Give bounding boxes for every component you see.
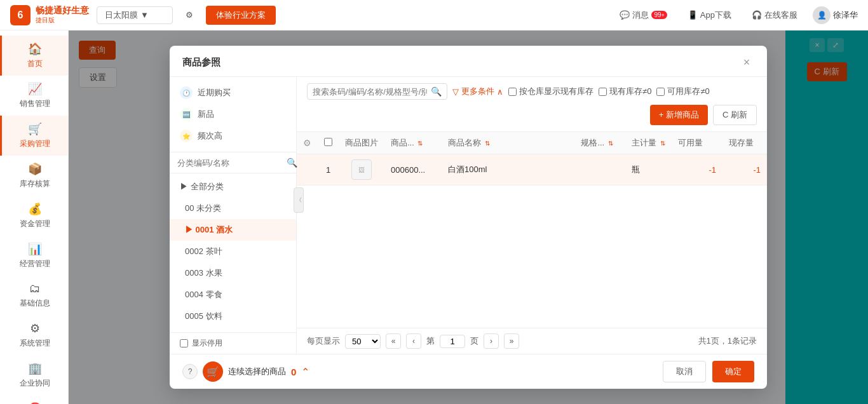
- warehouse-checkbox[interactable]: [508, 88, 517, 96]
- app-download-btn[interactable]: 📱 App下载: [682, 7, 736, 24]
- basicinfo-icon: 🗂: [29, 282, 41, 295]
- cat-item-0001[interactable]: ▶ 0001 酒水: [170, 219, 296, 241]
- sidebar-item-collab[interactable]: 🏢 企业协同: [0, 355, 68, 395]
- modal-header: 商品参照 ×: [170, 46, 767, 77]
- sort-code-icon: ⇅: [417, 140, 423, 147]
- modal-close-btn[interactable]: ×: [739, 55, 754, 70]
- sidebar-item-label: 资金管理: [20, 219, 50, 229]
- cat-item-0003[interactable]: 0003 水果: [170, 262, 296, 284]
- filter-up-icon: ∧: [497, 87, 503, 97]
- row-spec-cell: [574, 154, 625, 185]
- stock-nonzero-checkbox-group: 现有库存≠0: [599, 86, 651, 97]
- home-icon: 🏠: [28, 42, 42, 56]
- col-name-header[interactable]: 商品名称 ⇅: [442, 132, 574, 154]
- page-num-input[interactable]: [440, 335, 465, 348]
- avail-nonzero-checkbox[interactable]: [656, 88, 665, 96]
- mobile-icon: 📱: [688, 10, 698, 20]
- message-btn[interactable]: 💬 消息 99+: [614, 7, 672, 24]
- cat-search-area: 🔍: [170, 152, 296, 173]
- online-service-btn[interactable]: 🎧 在线客服: [747, 7, 803, 24]
- product-table: ⚙ 商品图片: [297, 132, 767, 185]
- modal-title: 商品参照: [182, 57, 220, 69]
- cat-item-label: ▶ 全部分类: [180, 181, 224, 192]
- row-unit-cell: 瓶: [625, 154, 672, 185]
- headset-icon: 🎧: [752, 10, 762, 20]
- collapse-cat-btn[interactable]: 《: [294, 187, 304, 213]
- table-settings-icon[interactable]: ⚙: [303, 138, 311, 148]
- table-header: ⚙ 商品图片: [297, 132, 767, 154]
- per-page-select[interactable]: 50 10 20 100: [345, 334, 381, 349]
- cat-search-icon[interactable]: 🔍: [287, 158, 297, 168]
- category-panel: 🕐 近期购买 🆕 新品 ⭐ 频次高: [170, 77, 297, 354]
- first-page-btn[interactable]: «: [386, 333, 401, 349]
- cat-item-label: 0002 茶叶: [185, 246, 222, 257]
- select-all-checkbox[interactable]: [324, 138, 332, 146]
- selected-count: 0: [291, 367, 296, 377]
- stock-nonzero-label: 现有库存≠0: [609, 86, 651, 97]
- next-page-btn[interactable]: ›: [484, 333, 499, 349]
- branch-dropdown[interactable]: 日太阳膜 ▼: [97, 6, 173, 24]
- sidebar-item-sales[interactable]: 📈 销售管理: [0, 76, 68, 116]
- col-unit-header[interactable]: 主计量 ⇅: [625, 132, 672, 154]
- settings-btn[interactable]: ⚙: [180, 8, 198, 22]
- sidebar-item-finance[interactable]: 💰 资金管理: [0, 196, 68, 236]
- sidebar-item-system[interactable]: ⚙ 系统管理: [0, 315, 68, 355]
- cat-item-label: 0003 水果: [185, 267, 222, 279]
- pagination-bar: 每页显示 50 10 20 100 « ‹ 第 页: [297, 328, 767, 354]
- sidebar-item-operations[interactable]: 📊 经营管理: [0, 236, 68, 276]
- sidebar-item-label: 经营管理: [20, 259, 50, 269]
- avail-nonzero-label: 可用库存≠0: [667, 86, 709, 97]
- cancel-btn[interactable]: 取消: [663, 361, 706, 382]
- trial-btn[interactable]: 体验行业方案: [206, 6, 276, 25]
- cat-tab-freq-label: 频次高: [198, 130, 222, 142]
- cat-tab-recent[interactable]: 🕐 近期购买: [170, 82, 296, 104]
- col-code-header[interactable]: 商品... ⇅: [384, 132, 442, 154]
- add-product-btn[interactable]: + 新增商品: [650, 105, 708, 125]
- cart-btn[interactable]: 🛒: [203, 361, 223, 382]
- cat-item-0005[interactable]: 0005 饮料: [170, 306, 296, 327]
- cat-item-0004[interactable]: 0004 零食: [170, 284, 296, 306]
- username-label: 徐泽华: [833, 10, 858, 21]
- prev-page-btn[interactable]: ‹: [406, 333, 421, 349]
- sidebar-item-purchase[interactable]: 🛒 采购管理: [0, 116, 68, 156]
- cat-tab-freq[interactable]: ⭐ 频次高: [170, 125, 296, 147]
- sidebar-item-guide[interactable]: 🎯 新手引导: [0, 395, 68, 404]
- col-stock-header: 现存量: [722, 132, 767, 154]
- chevron-down-icon: ▼: [140, 10, 149, 20]
- cat-item-all[interactable]: ▶ 全部分类: [170, 176, 296, 198]
- product-search-input[interactable]: [313, 87, 427, 97]
- cat-item-0002[interactable]: 0002 茶叶: [170, 241, 296, 262]
- last-page-btn[interactable]: »: [504, 333, 519, 349]
- sidebar-item-home[interactable]: 🏠 首页: [0, 36, 68, 76]
- col-spec-header[interactable]: 规格... ⇅: [574, 132, 625, 154]
- warehouse-label: 按仓库显示现有库存: [519, 86, 593, 97]
- footer-right: 取消 确定: [663, 361, 754, 382]
- message-icon: 💬: [620, 10, 630, 20]
- refresh-btn[interactable]: C 刷新: [713, 105, 757, 125]
- cat-tab-new[interactable]: 🆕 新品: [170, 104, 296, 125]
- stock-nonzero-checkbox[interactable]: [599, 88, 607, 96]
- filter-btn[interactable]: ▽ 更多条件 ∧: [452, 86, 503, 97]
- search-icon[interactable]: 🔍: [431, 86, 442, 97]
- show-disabled-checkbox[interactable]: [180, 339, 188, 347]
- col-settings: ⚙: [297, 132, 318, 154]
- user-area[interactable]: 👤 徐泽华: [813, 6, 858, 24]
- modal-overlay: 商品参照 × 🕐 近期购买 🆕: [69, 30, 868, 404]
- footer-left: ? 🛒 连续选择的商品 0 ⌃: [182, 361, 309, 382]
- confirm-btn[interactable]: 确定: [712, 361, 754, 382]
- sidebar-item-label: 采购管理: [20, 138, 50, 149]
- table-row[interactable]: 1 🖼 000600...: [297, 154, 767, 185]
- sidebar-item-basicinfo[interactable]: 🗂 基础信息: [0, 276, 68, 315]
- message-badge: 99+: [651, 11, 667, 19]
- sidebar-item-label: 企业协同: [20, 378, 50, 389]
- collapse-footer-btn[interactable]: ⌃: [301, 366, 309, 378]
- cat-search-input[interactable]: [177, 158, 284, 168]
- cat-item-label: 00 未分类: [185, 203, 221, 214]
- col-check-header: [318, 132, 339, 154]
- cat-item-00[interactable]: 00 未分类: [170, 198, 296, 219]
- help-btn[interactable]: ?: [182, 364, 198, 379]
- sidebar-item-label: 系统管理: [20, 338, 50, 349]
- cat-item-0008[interactable]: 0008 水: [170, 327, 296, 332]
- sidebar-item-inventory[interactable]: 📦 库存核算: [0, 156, 68, 196]
- gear-icon: ⚙: [186, 10, 193, 20]
